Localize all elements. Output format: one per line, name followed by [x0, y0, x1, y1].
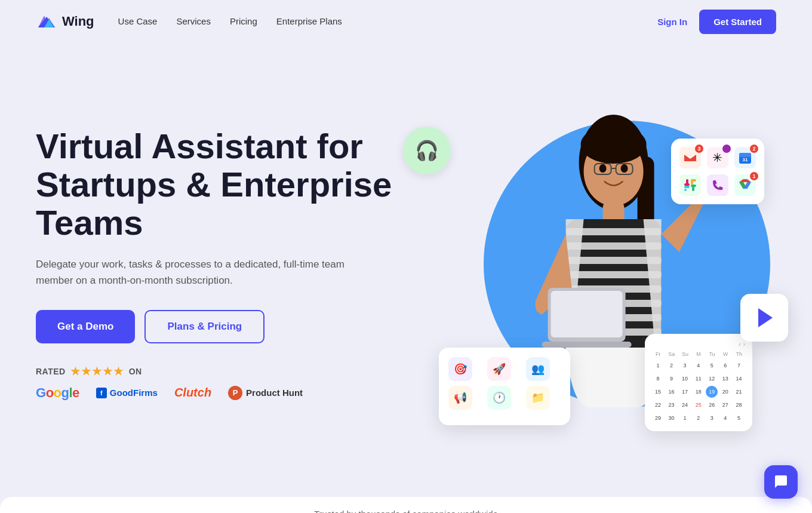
calendar-days: 1 2 3 4 5 6 7 8 9 10 11 12 13 14 15 16 1… — [652, 360, 745, 424]
chat-button[interactable] — [764, 465, 798, 499]
svg-rect-31 — [684, 186, 690, 188]
dash-icon-rocket: 🚀 — [487, 357, 511, 381]
hero-left: Virtual Assistant for Startups & Enterpr… — [36, 127, 421, 401]
plans-pricing-button[interactable]: Plans & Pricing — [144, 310, 264, 343]
get-started-button[interactable]: Get Started — [699, 10, 776, 34]
hero-section: Virtual Assistant for Startups & Enterpr… — [0, 43, 812, 497]
producthunt-logo: P Product Hunt — [228, 386, 303, 400]
svg-rect-21 — [542, 342, 632, 348]
rated-on-label: ON — [129, 367, 142, 376]
dash-icon-target: 🎯 — [448, 357, 472, 381]
apps-widget: 3 ✳ 31 2 — [671, 139, 764, 204]
rated-section: RATED ★★★★★ ON Google f GoodFirms Clutch — [36, 365, 421, 401]
clutch-logo: Clutch — [174, 386, 211, 400]
calendar-widget: ‹ › Fr Sa Su M Tu W Th 1 2 3 4 5 6 7 8 — [645, 334, 752, 431]
chat-icon — [773, 474, 789, 490]
spark-badge — [722, 145, 731, 153]
nav-use-case[interactable]: Use Case — [118, 16, 158, 26]
dash-icon-users: 👥 — [526, 357, 550, 381]
svg-rect-28 — [691, 185, 696, 187]
calendar-nav: ‹ › — [652, 341, 745, 348]
svg-point-13 — [599, 164, 607, 173]
svg-point-14 — [621, 164, 628, 173]
google-logo: Google — [36, 385, 79, 401]
calendar-day-headers: Fr Sa Su M Tu W Th — [652, 351, 745, 357]
rated-label: RATED — [36, 367, 66, 376]
nav-pricing[interactable]: Pricing — [230, 16, 257, 26]
headset-bubble: 🎧 — [403, 127, 451, 174]
logo-text: Wing — [62, 14, 94, 29]
app-spark: ✳ — [707, 147, 728, 168]
svg-rect-26 — [684, 183, 690, 186]
svg-rect-30 — [691, 179, 696, 182]
nav-services[interactable]: Services — [176, 16, 211, 26]
app-drive: 1 — [734, 174, 756, 196]
goodfirms-text: GoodFirms — [110, 388, 158, 398]
cal-chevron-left[interactable]: ‹ — [739, 341, 740, 348]
svg-text:31: 31 — [743, 157, 748, 162]
svg-rect-23 — [739, 153, 751, 157]
play-triangle-icon — [758, 308, 773, 327]
svg-point-18 — [581, 125, 647, 164]
sign-in-link[interactable]: Sign In — [657, 17, 687, 27]
svg-rect-20 — [551, 291, 623, 337]
producthunt-text: Product Hunt — [246, 388, 303, 398]
svg-rect-32 — [684, 189, 687, 191]
dash-icon-folder: 📁 — [526, 386, 550, 410]
nav-enterprise[interactable]: Enterprise Plans — [276, 16, 342, 26]
nav-links: Use Case Services Pricing Enterprise Pla… — [118, 16, 342, 27]
brand-logos-row: Google f GoodFirms Clutch P Product Hunt — [36, 385, 421, 401]
drive-badge: 1 — [750, 172, 758, 180]
logo-link[interactable]: Wing — [36, 11, 94, 32]
dashboard-widget: 🎯 🚀 👥 📢 🕐 📁 — [439, 348, 570, 425]
app-calendar: 31 2 — [734, 147, 756, 168]
rated-row: RATED ★★★★★ ON — [36, 365, 421, 378]
cal-chevron-right[interactable]: › — [743, 341, 745, 348]
dash-icon-clock: 🕐 — [487, 386, 511, 410]
hero-subtitle: Delegate your work, tasks & processes to… — [36, 256, 346, 288]
trusted-text: Trusted by thousands of companies worldw… — [36, 509, 776, 513]
navbar: Wing Use Case Services Pricing Enterpris… — [0, 0, 812, 43]
app-phone — [707, 174, 728, 196]
goodfirms-logo: f GoodFirms — [96, 388, 158, 398]
dash-icon-megaphone: 📢 — [448, 386, 472, 410]
gmail-badge: 3 — [695, 145, 703, 153]
trusted-section: Trusted by thousands of companies worldw… — [0, 497, 812, 513]
cal-badge: 2 — [750, 145, 758, 153]
hero-illustration: 🎧 — [421, 79, 776, 449]
play-button[interactable] — [740, 294, 788, 342]
hero-buttons: Get a Demo Plans & Pricing — [36, 310, 421, 343]
hero-title: Virtual Assistant for Startups & Enterpr… — [36, 127, 421, 241]
app-gmail: 3 — [679, 147, 701, 168]
wing-logo-icon — [36, 11, 57, 32]
app-slack — [679, 174, 701, 196]
producthunt-icon: P — [228, 386, 242, 400]
star-rating: ★★★★★ — [70, 365, 124, 378]
svg-rect-7 — [566, 271, 662, 278]
dash-icons-grid: 🎯 🚀 👥 📢 🕐 📁 — [448, 357, 561, 410]
get-demo-button[interactable]: Get a Demo — [36, 310, 135, 343]
goodfirms-icon: f — [96, 388, 107, 398]
